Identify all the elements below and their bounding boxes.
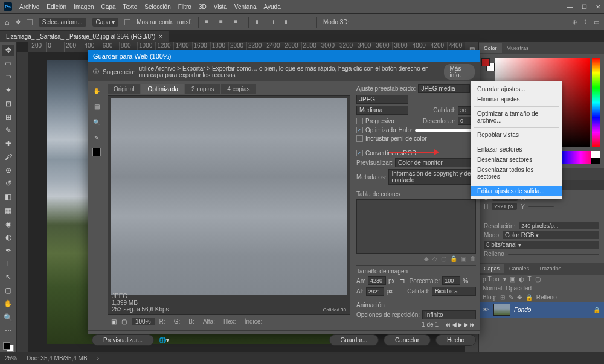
preview-area[interactable]: JPEG 1,399 MB 253 seg. a 56,6 Kbps Calid… xyxy=(108,95,350,315)
home-icon[interactable]: ⌂ xyxy=(5,18,10,27)
visibility-icon[interactable]: 👁 xyxy=(483,307,490,313)
align-icon[interactable]: ≡ xyxy=(234,18,242,27)
next-frame-icon[interactable]: ▶ xyxy=(464,321,469,328)
halo-slider[interactable] xyxy=(415,129,476,132)
done-button[interactable]: Hecho xyxy=(435,334,476,346)
document-tab[interactable]: Lizarraga_-_Saratsa_-_Paisaje_02.jpg al … xyxy=(0,31,169,42)
menu-save-preset[interactable]: Guardar ajustes... xyxy=(471,84,562,94)
embed-profile-checkbox[interactable] xyxy=(356,135,363,142)
resolution-value[interactable]: 240 píxeles/p... xyxy=(519,222,599,229)
zoom-input[interactable]: 100% xyxy=(132,318,155,325)
mode-dropdown[interactable]: Color RGB ▾ xyxy=(503,231,599,239)
tab-4up[interactable]: 4 copias xyxy=(221,84,255,94)
tab-optimized[interactable]: Optimizada xyxy=(141,84,184,94)
window-close-icon[interactable]: ✕ xyxy=(596,4,600,10)
filter-icon[interactable]: ◐ xyxy=(519,276,524,283)
menu-unlink-all[interactable]: Desenlazar todos los sectores xyxy=(471,165,562,182)
align-icon[interactable]: ≡ xyxy=(205,18,213,27)
menu-unlink-slices[interactable]: Desenlazar sectores xyxy=(471,155,562,165)
hand-tool-icon[interactable]: ✋ xyxy=(91,85,102,96)
menu-imagen[interactable]: Imagen xyxy=(74,4,94,10)
lock-icon[interactable]: 🔒 xyxy=(525,294,533,301)
heal-tool-icon[interactable]: ✚ xyxy=(2,138,14,149)
move-tool-icon[interactable]: ✥ xyxy=(2,45,14,56)
search-icon[interactable]: ⊕ xyxy=(572,19,577,25)
menu-filtro[interactable]: Filtro xyxy=(178,4,191,10)
path-tool-icon[interactable]: ↖ xyxy=(2,272,14,283)
lock-icon[interactable]: ✎ xyxy=(509,294,513,301)
loop-dropdown[interactable]: Infinito xyxy=(422,310,476,319)
browser-dropdown-icon[interactable]: 🌐▾ xyxy=(159,337,169,343)
marquee-tool-icon[interactable]: ▭ xyxy=(2,58,14,69)
save-button[interactable]: Guardar... xyxy=(329,334,379,346)
resample-dropdown[interactable]: Bicúbica xyxy=(432,287,476,296)
orientation-icon[interactable] xyxy=(496,212,504,220)
gradient-tool-icon[interactable]: ▦ xyxy=(2,205,14,216)
show-transform-checkbox[interactable] xyxy=(124,19,130,25)
color-swatch[interactable] xyxy=(3,342,14,352)
menu-edicion[interactable]: Edición xyxy=(47,4,66,10)
height-value[interactable]: 2921 px xyxy=(492,203,517,210)
menu-texto[interactable]: Texto xyxy=(123,4,137,10)
filter-icon[interactable]: ▣ xyxy=(510,276,515,283)
progressive-checkbox[interactable] xyxy=(356,118,363,124)
menu-output-settings[interactable]: Editar ajustes de salida... xyxy=(471,186,562,196)
distribute-icon[interactable]: ⫼ xyxy=(269,18,278,27)
height-input[interactable] xyxy=(366,287,384,296)
shape-tool-icon[interactable]: ▢ xyxy=(2,285,14,296)
menu-capa[interactable]: Capa xyxy=(101,4,116,10)
preview-profile-dropdown[interactable]: Color de monitor xyxy=(395,158,476,167)
dodge-tool-icon[interactable]: ◐ xyxy=(2,232,14,243)
filter-icon[interactable]: T xyxy=(528,276,532,283)
prev-frame-icon[interactable]: ◀ xyxy=(452,321,457,328)
share-icon[interactable]: ⇪ xyxy=(583,19,588,25)
more-info-button[interactable]: Más info. xyxy=(444,64,475,80)
lock-icon[interactable]: ✥ xyxy=(517,294,522,301)
tab-color[interactable]: Color xyxy=(479,43,502,53)
fill-value[interactable] xyxy=(508,254,599,255)
menu-ventana[interactable]: Ventana xyxy=(234,4,257,10)
preview-toggle-icon[interactable]: ▢ xyxy=(121,318,127,325)
last-frame-icon[interactable]: ⏭ xyxy=(470,321,476,328)
brush-tool-icon[interactable]: 🖌 xyxy=(2,152,14,162)
window-minimize-icon[interactable]: — xyxy=(567,4,573,10)
tab-channels[interactable]: Canales xyxy=(504,264,534,273)
lasso-tool-icon[interactable]: ⊃ xyxy=(2,71,14,82)
swatch-icon[interactable]: 🔒 xyxy=(450,255,457,262)
blur-tool-icon[interactable]: ◉ xyxy=(2,219,14,229)
tab-swatches[interactable]: Muestras xyxy=(502,43,534,53)
quality-algo-dropdown[interactable]: Mediana xyxy=(356,106,408,115)
swatch-icon[interactable]: ◆ xyxy=(424,255,429,262)
trash-icon[interactable]: 🗑 xyxy=(470,255,476,262)
preview-toggle-icon[interactable]: ▣ xyxy=(111,318,117,325)
window-maximize-icon[interactable]: ☐ xyxy=(582,4,587,10)
filter-icon[interactable]: ▢ xyxy=(535,276,541,283)
zoom-tool-icon[interactable]: 🔍 xyxy=(91,117,102,127)
stamp-tool-icon[interactable]: ⊛ xyxy=(2,165,14,176)
cancel-button[interactable]: Cancelar xyxy=(384,334,431,346)
tab-layers[interactable]: Capas xyxy=(479,264,504,273)
play-icon[interactable]: ▶ xyxy=(458,321,463,328)
menu-seleccion[interactable]: Selección xyxy=(144,4,170,10)
first-frame-icon[interactable]: ⏮ xyxy=(445,321,451,328)
tab-paths[interactable]: Trazados xyxy=(534,264,566,273)
swatch-icon[interactable]: ▢ xyxy=(441,255,446,262)
menu-optimize-filesize[interactable]: Optimizar a tamaño de archivo... xyxy=(471,109,562,126)
zoom-tool-icon[interactable]: 🔍 xyxy=(2,312,14,323)
hand-tool-icon[interactable]: ✋ xyxy=(2,298,14,309)
type-tool-icon[interactable]: T xyxy=(2,258,14,269)
swatch-icon[interactable]: ▣ xyxy=(461,255,466,262)
blend-mode-dropdown[interactable]: Normal xyxy=(483,285,502,292)
align-icon[interactable]: ≡ xyxy=(219,18,228,27)
chevron-right-icon[interactable]: › xyxy=(97,355,99,362)
distribute-icon[interactable]: ⫼ xyxy=(284,18,292,27)
hue-slider[interactable] xyxy=(592,58,600,147)
optimized-checkbox[interactable]: ✓ xyxy=(356,127,363,133)
menu-vista[interactable]: Vista xyxy=(214,4,227,10)
eraser-tool-icon[interactable]: ◧ xyxy=(2,191,14,202)
distribute-icon[interactable]: ⫼ xyxy=(255,18,263,27)
zoom-level[interactable]: 25% xyxy=(5,355,17,362)
width-input[interactable] xyxy=(368,276,386,285)
history-brush-icon[interactable]: ↺ xyxy=(2,178,14,189)
eyedropper-tool-icon[interactable]: ✎ xyxy=(2,125,14,136)
